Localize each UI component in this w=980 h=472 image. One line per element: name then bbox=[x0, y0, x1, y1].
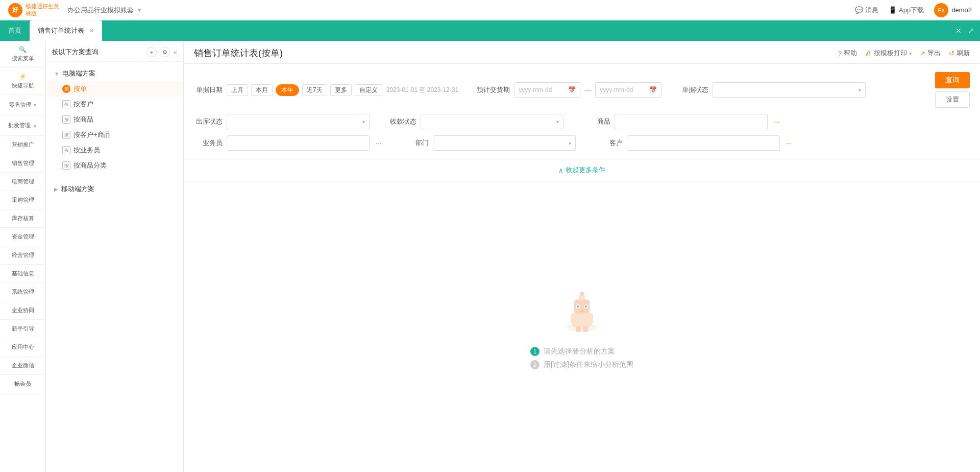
logo-text: 畅捷通好生意 标版 bbox=[26, 3, 59, 16]
pay-status-section: 收款状态 ▾ bbox=[388, 114, 564, 129]
left-panel: 按以下方案查询 + ⚙ « ▼ 电脑端方案 按 按单 按 按客户 bbox=[46, 41, 184, 472]
status-select[interactable]: ▾ bbox=[713, 82, 866, 98]
sidebar-item-wechat[interactable]: 企业微信 bbox=[0, 357, 45, 375]
dept-section: 部门 ▾ bbox=[400, 135, 576, 151]
print-action[interactable]: 🖨 按模板打印 ▾ bbox=[865, 49, 912, 58]
sidebar-item-basic-info[interactable]: 基础信息 bbox=[0, 265, 45, 283]
top-bar-left: 好 畅捷通好生意 标版 办公用品行业模拟账套 ▾ bbox=[8, 3, 141, 17]
message-action[interactable]: 💬 消息 bbox=[855, 6, 878, 15]
tree-parent-desktop[interactable]: ▼ 电脑端方案 bbox=[46, 66, 183, 81]
sidebar: 🔍 搜索菜单 ⚡ 快捷导航 零售管理 ▾ 批发管理 ▲ 营销推广 销售管理 电商… bbox=[0, 41, 46, 472]
help-action[interactable]: ? 帮助 bbox=[838, 49, 857, 58]
svg-point-5 bbox=[577, 305, 579, 308]
query-button[interactable]: 查询 bbox=[935, 72, 970, 88]
by-category-icon: 按 bbox=[62, 161, 70, 170]
tree-child-by-category[interactable]: 按 按商品分类 bbox=[46, 158, 183, 173]
tab-home[interactable]: 首页 bbox=[0, 20, 30, 41]
collapse-conditions-button[interactable]: ∧ 收起更多条件 bbox=[552, 163, 611, 177]
sidebar-item-search-menu[interactable]: 🔍 搜索菜单 bbox=[0, 41, 45, 68]
salesperson-label: 业务员 bbox=[194, 138, 223, 148]
dropdown-arrow-icon[interactable]: ▾ bbox=[138, 6, 141, 14]
export-icon: ↗ bbox=[920, 50, 925, 57]
export-action[interactable]: ↗ 导出 bbox=[920, 49, 941, 58]
close-window-icon[interactable]: ✕ bbox=[955, 27, 962, 35]
wholesale-expand-icon: ▲ bbox=[33, 123, 38, 128]
left-panel-header: 按以下方案查询 + ⚙ « bbox=[46, 41, 183, 62]
last-7days-btn[interactable]: 近7天 bbox=[302, 84, 327, 96]
mobile-expand-icon: ▶ bbox=[54, 186, 58, 192]
print-icon: 🖨 bbox=[865, 50, 872, 57]
product-section: 商品 ··· bbox=[582, 114, 970, 129]
user-area[interactable]: Ea demo2 bbox=[934, 3, 972, 17]
left-panel-actions: + ⚙ « bbox=[146, 47, 177, 57]
sidebar-item-system-mgmt[interactable]: 系统管理 bbox=[0, 283, 45, 301]
salesperson-dots-icon[interactable]: ··· bbox=[376, 139, 382, 147]
tree-child-by-customer-product[interactable]: 按 按客户+商品 bbox=[46, 127, 183, 143]
more-btn[interactable]: 更多 bbox=[330, 84, 352, 96]
settings-button[interactable]: 设置 bbox=[935, 91, 970, 108]
svg-point-6 bbox=[585, 305, 587, 308]
sidebar-item-marketing[interactable]: 营销推广 bbox=[0, 136, 45, 154]
sidebar-item-sales-mgmt[interactable]: 销售管理 bbox=[0, 154, 45, 173]
custom-btn[interactable]: 自定义 bbox=[355, 84, 382, 96]
refresh-action[interactable]: ↺ 刷新 bbox=[949, 49, 970, 58]
close-tab-icon[interactable]: ✕ bbox=[89, 28, 94, 34]
this-month-btn[interactable]: 本月 bbox=[251, 84, 273, 96]
customer-dots-icon[interactable]: ··· bbox=[786, 139, 792, 147]
sidebar-item-app-center[interactable]: 应用中心 bbox=[0, 338, 45, 357]
sidebar-item-new-user[interactable]: 新手引导 bbox=[0, 320, 45, 338]
product-dots-icon[interactable]: ··· bbox=[774, 117, 780, 126]
tree-parent-mobile[interactable]: ▶ 移动端方案 bbox=[46, 181, 183, 197]
left-panel-title: 按以下方案查询 bbox=[52, 48, 99, 57]
empty-tips: 1 请先选择要分析的方案 2 用[过滤]条件来缩小分析范围 bbox=[530, 347, 633, 369]
help-icon: ? bbox=[838, 50, 842, 57]
calendar-to-icon: 📅 bbox=[649, 86, 657, 93]
ship-status-select[interactable]: ▾ bbox=[227, 114, 370, 129]
sidebar-item-purchase-mgmt[interactable]: 采购管理 bbox=[0, 191, 45, 209]
sidebar-item-ecommerce[interactable]: 电商管理 bbox=[0, 173, 45, 191]
date-from-input[interactable]: yyyy-mm-dd 📅 bbox=[514, 82, 580, 98]
customer-input[interactable] bbox=[627, 135, 780, 151]
empty-illustration bbox=[556, 284, 607, 337]
svg-point-13 bbox=[580, 292, 584, 296]
sidebar-item-wholesale-mgmt[interactable]: 批发管理 ▲ bbox=[0, 115, 45, 136]
this-year-btn[interactable]: 本年 bbox=[276, 84, 299, 96]
refresh-icon: ↺ bbox=[949, 50, 954, 57]
dept-select[interactable]: ▾ bbox=[433, 135, 576, 151]
sidebar-item-vip[interactable]: 畅会员 bbox=[0, 375, 45, 393]
by-product-icon: 按 bbox=[62, 115, 70, 124]
sidebar-item-operations[interactable]: 经营管理 bbox=[0, 246, 45, 265]
settings-scheme-button[interactable]: ⚙ bbox=[160, 47, 170, 57]
sidebar-item-quick-nav[interactable]: ⚡ 快捷导航 bbox=[0, 68, 45, 95]
app-download-action[interactable]: 📱 App下载 bbox=[889, 6, 924, 15]
sidebar-item-finance[interactable]: 资金管理 bbox=[0, 228, 45, 246]
by-customer-icon: 按 bbox=[62, 100, 70, 108]
salesperson-input[interactable] bbox=[227, 135, 370, 151]
last-month-btn[interactable]: 上月 bbox=[227, 84, 248, 96]
tree-child-by-order[interactable]: 按 按单 bbox=[46, 81, 183, 97]
query-actions: 查询 设置 bbox=[935, 72, 970, 108]
date-separator: — bbox=[584, 86, 591, 94]
expand-window-icon[interactable]: ⤢ bbox=[968, 27, 974, 35]
filter-row-1: 单据日期 上月 本月 本年 近7天 更多 自定义 2023-01-01 至 20… bbox=[194, 72, 970, 108]
page-wrapper: 按以下方案查询 + ⚙ « ▼ 电脑端方案 按 按单 按 按客户 bbox=[46, 41, 980, 472]
sidebar-item-enterprise[interactable]: 企业协同 bbox=[0, 301, 45, 320]
status-select-arrow: ▾ bbox=[859, 87, 861, 93]
tree-child-by-customer[interactable]: 按 按客户 bbox=[46, 97, 183, 112]
by-salesperson-icon: 按 bbox=[62, 146, 70, 154]
right-content: 销售订单统计表(按单) ? 帮助 🖨 按模板打印 ▾ ↗ 导出 bbox=[184, 41, 980, 472]
tree-child-by-product[interactable]: 按 按商品 bbox=[46, 112, 183, 127]
tab-sales-stats[interactable]: 销售订单统计表 ✕ bbox=[30, 20, 102, 41]
svg-rect-10 bbox=[576, 326, 581, 332]
date-to-input[interactable]: yyyy-mm-dd 📅 bbox=[595, 82, 662, 98]
by-customer-product-icon: 按 bbox=[62, 131, 70, 139]
product-input[interactable] bbox=[615, 114, 768, 129]
tree-section-desktop: ▼ 电脑端方案 按 按单 按 按客户 按 按商品 按 按客户+商品 bbox=[46, 62, 183, 177]
customer-label: 客户 bbox=[594, 138, 623, 148]
tree-child-by-salesperson[interactable]: 按 按业务员 bbox=[46, 143, 183, 158]
sidebar-item-inventory[interactable]: 库存核算 bbox=[0, 209, 45, 228]
add-scheme-button[interactable]: + bbox=[146, 47, 157, 57]
collapse-panel-button[interactable]: « bbox=[173, 48, 177, 56]
sidebar-item-retail-mgmt[interactable]: 零售管理 ▾ bbox=[0, 95, 45, 115]
pay-status-select[interactable]: ▾ bbox=[421, 114, 564, 129]
